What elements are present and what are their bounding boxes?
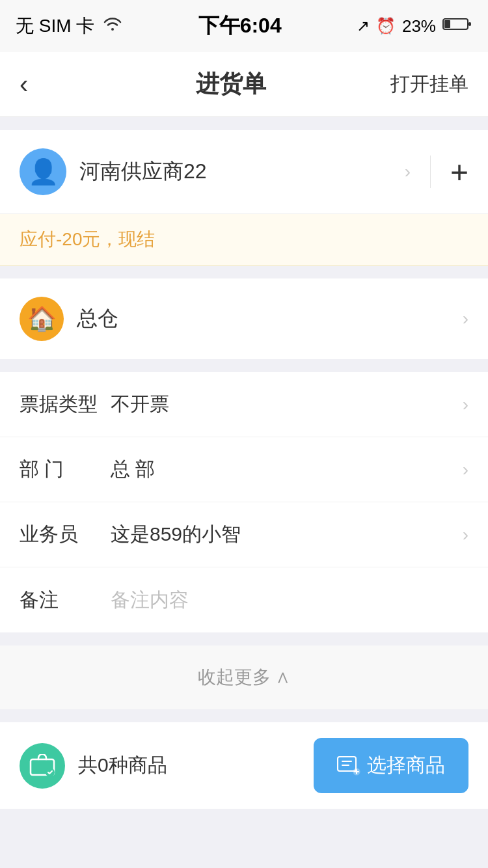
salesperson-arrow-icon: › <box>463 524 468 545</box>
supplier-name: 河南供应商22 <box>79 157 405 186</box>
page-title: 进货单 <box>196 68 266 100</box>
select-product-button[interactable]: 选择商品 <box>314 738 468 793</box>
supplier-section: 👤 河南供应商22 › + 应付-20元，现结 <box>0 130 488 265</box>
department-value: 总 部 <box>111 456 463 483</box>
invoice-type-row[interactable]: 票据类型 不开票 › <box>0 372 488 437</box>
status-carrier: 无 SIM 卡 <box>16 14 123 38</box>
carrier-text: 无 SIM 卡 <box>16 14 94 38</box>
vertical-divider <box>430 156 431 188</box>
supplier-avatar: 👤 <box>20 148 66 195</box>
alarm-icon: ⏰ <box>376 17 396 35</box>
page-background <box>0 809 488 868</box>
remark-row[interactable]: 备注 备注内容 <box>0 567 488 632</box>
product-bar: 共0种商品 选择商品 <box>0 722 488 809</box>
collapse-button[interactable]: 收起更多 ∧ <box>0 645 488 709</box>
salesperson-row[interactable]: 业务员 这是859的小智 › <box>0 502 488 567</box>
open-pending-button[interactable]: 打开挂单 <box>390 71 468 98</box>
supplier-row[interactable]: 👤 河南供应商22 › + <box>0 130 488 214</box>
supplier-arrow-icon: › <box>405 161 411 182</box>
product-icon <box>20 743 65 789</box>
svg-rect-1 <box>444 20 450 28</box>
salesperson-value: 这是859的小智 <box>111 521 463 548</box>
svg-rect-2 <box>468 22 471 26</box>
status-indicators: ↗ ⏰ 23% <box>357 16 472 36</box>
select-product-label: 选择商品 <box>367 752 445 779</box>
avatar-person-icon: 👤 <box>28 157 59 186</box>
salesperson-label: 业务员 <box>20 521 111 548</box>
notice-banner: 应付-20元，现结 <box>0 214 488 265</box>
department-label: 部 门 <box>20 456 111 483</box>
invoice-type-value: 不开票 <box>111 391 463 418</box>
invoice-type-label: 票据类型 <box>20 391 111 418</box>
notice-text: 应付-20元，现结 <box>20 229 155 249</box>
product-count: 共0种商品 <box>78 752 314 779</box>
warehouse-section: 🏠 总仓 › <box>0 278 488 359</box>
department-arrow-icon: › <box>463 459 468 480</box>
nav-bar: ‹ 进货单 打开挂单 <box>0 52 488 117</box>
status-bar: 无 SIM 卡 下午6:04 ↗ ⏰ 23% <box>0 0 488 52</box>
collapse-label: 收起更多 ∧ <box>198 667 291 687</box>
section-gap-1 <box>0 117 488 130</box>
invoice-type-arrow-icon: › <box>463 394 468 415</box>
warehouse-arrow-icon: › <box>463 308 468 329</box>
status-time: 下午6:04 <box>198 12 282 40</box>
section-gap-2 <box>0 265 488 278</box>
warehouse-icon: 🏠 <box>20 297 64 341</box>
location-icon: ↗ <box>357 17 370 35</box>
department-row[interactable]: 部 门 总 部 › <box>0 437 488 502</box>
add-button[interactable]: + <box>450 154 468 190</box>
svg-rect-5 <box>338 757 356 771</box>
warehouse-name: 总仓 <box>77 305 463 333</box>
form-section: 票据类型 不开票 › 部 门 总 部 › 业务员 这是859的小智 › 备注 备… <box>0 372 488 632</box>
remark-input[interactable]: 备注内容 <box>111 587 468 614</box>
back-button[interactable]: ‹ <box>20 70 72 99</box>
battery-text: 23% <box>402 16 436 36</box>
warehouse-row[interactable]: 🏠 总仓 › <box>0 278 488 359</box>
remark-label: 备注 <box>20 587 111 614</box>
wifi-icon <box>102 16 123 36</box>
battery-icon <box>442 16 472 36</box>
